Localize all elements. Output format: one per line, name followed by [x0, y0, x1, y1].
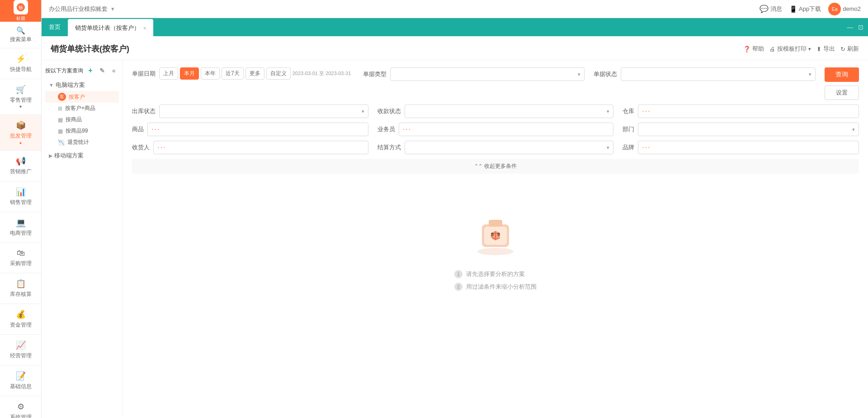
sidebar-item-sales[interactable]: 📊 销售管理: [0, 181, 42, 212]
basic-info-label: 基础信息: [10, 383, 32, 390]
receiver-label: 收货人: [132, 143, 150, 152]
help-btn[interactable]: ❓ 帮助: [743, 45, 764, 53]
ecommerce-label: 电商管理: [10, 229, 32, 237]
brand-select[interactable]: ···: [638, 141, 859, 154]
filter-row-2: 出库状态 ▾ 收款状态 ▾ 仓库: [132, 104, 859, 118]
tree-pc-label: 电脑端方案: [56, 81, 85, 89]
print-btn[interactable]: 🖨 按模板打印 ▾: [769, 45, 811, 53]
add-scheme-btn[interactable]: +: [85, 66, 95, 76]
logo-icon: 畅: [14, 0, 28, 14]
sidebar-item-ecommerce[interactable]: 💻 电商管理: [0, 212, 42, 243]
sidebar-item-basic-info[interactable]: 📝 基础信息: [0, 366, 42, 396]
dept-select[interactable]: ▾: [638, 123, 859, 136]
date-7days-btn[interactable]: 近7天: [222, 67, 244, 80]
app-download-btn[interactable]: 📱 App下载: [789, 5, 821, 13]
payment-status-filter: 收款状态 ▾: [377, 104, 614, 118]
action-buttons: 查询 设置: [825, 67, 859, 100]
empty-tip-1: 1 请先选择要分析的方案: [454, 268, 537, 280]
receiver-dots: ···: [157, 143, 166, 152]
sidebar-item-purchase[interactable]: 🛍 采购管理: [0, 243, 42, 273]
message-icon: 💬: [760, 5, 769, 13]
svg-point-9: [491, 233, 494, 236]
window-max-btn[interactable]: ⊡: [857, 24, 864, 31]
app-name-area: 办公用品行业模拟账套 ▾: [49, 5, 114, 13]
date-more-btn[interactable]: 更多: [245, 67, 264, 80]
payment-status-select[interactable]: ▾: [405, 104, 614, 118]
tree-section-mobile-header[interactable]: ▶ 移动端方案: [45, 150, 119, 162]
print-label: 按模板打印: [777, 45, 807, 53]
collapse-label: 收起更多条件: [484, 162, 517, 170]
sidebar-item-finance[interactable]: 💰 资金管理: [0, 304, 42, 335]
tree-item-return-stats[interactable]: 📉 退货统计: [45, 137, 119, 148]
window-min-btn[interactable]: —: [846, 24, 854, 31]
top-header-right: 💬 消息 📱 App下载 Ea demo2: [760, 3, 861, 15]
print-dropdown-icon[interactable]: ▾: [808, 46, 811, 52]
tab-sales-stats[interactable]: 销货单统计表（按客户） ×: [68, 19, 153, 37]
tree-item-by-goods[interactable]: ▦ 按商品: [45, 114, 119, 125]
warehouse-label: 仓库: [623, 107, 634, 115]
goods-filter: 商品 ···: [132, 123, 368, 136]
date-range-text: 2023-03-01 至 2023-03-31: [292, 70, 351, 77]
settle-select[interactable]: ▾: [405, 141, 614, 154]
window-controls: — ⊡: [843, 24, 868, 31]
doc-type-select[interactable]: ▾: [390, 67, 585, 81]
date-custom-btn[interactable]: 自定义: [266, 67, 291, 80]
tree-item-customer-goods[interactable]: ⊞ 按客户+商品: [45, 103, 119, 114]
refresh-icon: ↻: [840, 46, 845, 52]
staff-filter: 业务员 ···: [377, 123, 614, 136]
tree-item-by-customer[interactable]: 客 按客户: [45, 91, 119, 103]
message-btn[interactable]: 💬 消息: [760, 5, 782, 13]
export-label: 导出: [823, 45, 835, 53]
tree-section-pc-header[interactable]: ▼ 电脑端方案: [45, 79, 119, 91]
doc-type-label: 单据类型: [363, 70, 387, 78]
settle-filter: 结算方式 ▾: [377, 141, 614, 154]
tab-home[interactable]: 首页: [42, 18, 68, 36]
date-this-year-btn[interactable]: 本年: [201, 67, 220, 80]
svg-rect-8: [489, 220, 502, 227]
by-goods99-label: 按商品99: [66, 127, 88, 135]
sidebar-item-management[interactable]: 📈 经营管理: [0, 335, 42, 366]
collapse-panel-btn[interactable]: «: [109, 66, 119, 76]
sidebar-item-search[interactable]: 🔍 搜索菜单: [0, 22, 42, 48]
edit-scheme-btn[interactable]: ✎: [97, 66, 107, 76]
svg-point-2: [477, 248, 514, 255]
print-icon: 🖨: [769, 46, 775, 52]
date-last-month-btn[interactable]: 上月: [159, 67, 178, 80]
sidebar-item-system[interactable]: ⚙ 系统管理: [0, 396, 42, 418]
collapse-bar[interactable]: ⌃⌃ 收起更多条件: [132, 159, 859, 174]
query-btn[interactable]: 查询: [825, 67, 859, 82]
sidebar-item-inventory[interactable]: 📋 库存核算: [0, 273, 42, 304]
warehouse-select[interactable]: ···: [638, 104, 859, 118]
sidebar-item-marketing[interactable]: 📢 营销推广: [0, 151, 42, 181]
brand-label: 品牌: [623, 143, 634, 152]
empty-state: 1 请先选择要分析的方案 2 用过滤条件来缩小分析范围: [132, 179, 859, 320]
refresh-btn[interactable]: ↻ 刷新: [840, 45, 859, 53]
left-panel-header: 按以下方案查询 + ✎ «: [45, 66, 119, 76]
purchase-icon: 🛍: [17, 248, 25, 258]
brand-dots: ···: [642, 143, 651, 152]
out-status-select[interactable]: ▾: [159, 104, 368, 118]
tab-close-btn[interactable]: ×: [143, 25, 146, 31]
sidebar-item-retail[interactable]: 🛒 零售管理 ▾: [0, 79, 42, 115]
date-this-month-btn[interactable]: 本月: [180, 67, 199, 80]
filter-row-1: 单据日期 上月 本月 本年 近7天 更多 自定义 2023-03-01 至 20…: [132, 67, 859, 100]
app-dropdown-icon[interactable]: ▾: [111, 5, 114, 12]
goods-select[interactable]: ···: [147, 123, 368, 136]
staff-select[interactable]: ···: [399, 123, 614, 136]
edit-icon: ✎: [99, 67, 105, 74]
sidebar-item-quick-nav[interactable]: ⚡ 快捷导航: [0, 48, 42, 79]
user-area[interactable]: Ea demo2: [828, 3, 861, 15]
sidebar-item-wholesale[interactable]: 📦 批发管理 ▴: [0, 115, 42, 151]
page-actions: ❓ 帮助 🖨 按模板打印 ▾ ⬆ 导出 ↻ 刷新: [743, 45, 859, 53]
receiver-select[interactable]: ···: [153, 141, 368, 154]
tree-expand-icon: ▼: [49, 82, 54, 88]
doc-status-select[interactable]: ▾: [621, 67, 816, 81]
by-goods99-icon: ▦: [58, 128, 63, 134]
system-icon: ⚙: [17, 402, 24, 412]
customer-goods-icon: ⊞: [58, 105, 62, 112]
tree-item-by-goods99[interactable]: ▦ 按商品99: [45, 125, 119, 137]
sidebar-logo[interactable]: 畅 标膜: [0, 0, 42, 22]
staff-dots: ···: [403, 125, 411, 133]
settings-btn[interactable]: 设置: [825, 86, 859, 100]
export-btn[interactable]: ⬆ 导出: [816, 45, 835, 53]
